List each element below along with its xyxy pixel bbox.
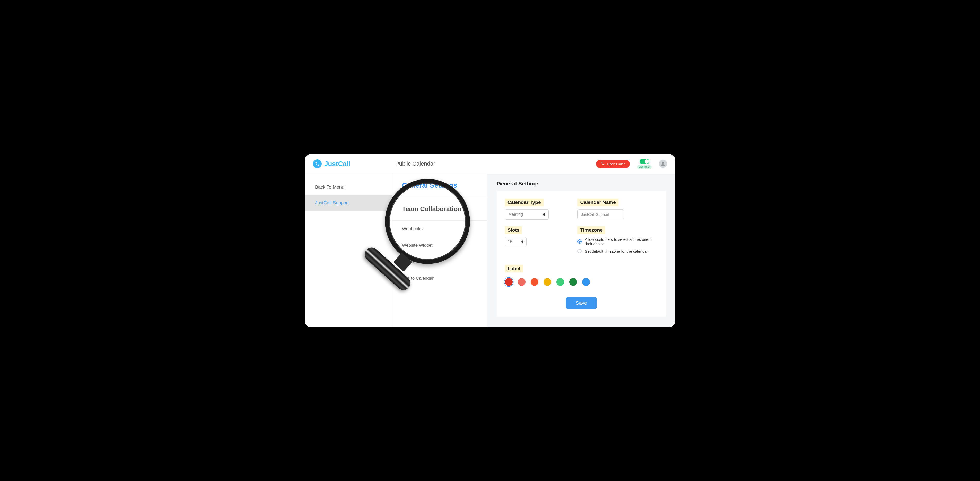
field-calendar-name: Calendar Name xyxy=(578,199,658,220)
color-swatch[interactable] xyxy=(557,278,564,286)
availability-toggle[interactable] xyxy=(640,159,649,164)
save-button[interactable]: Save xyxy=(566,297,597,309)
sort-icon xyxy=(543,213,545,216)
radio-icon xyxy=(578,239,582,244)
label-label: Label xyxy=(505,265,523,272)
nav-webhooks[interactable]: Webhooks xyxy=(392,221,487,237)
sidebar-left: Back To Menu JustCall Support xyxy=(305,174,392,327)
radio-label: Set default timezone for the calendar xyxy=(585,249,648,253)
color-swatches xyxy=(505,278,658,286)
nav-item-label: Team Collaboration xyxy=(402,205,462,212)
slots-value: 15 xyxy=(508,239,512,244)
color-swatch[interactable] xyxy=(505,278,513,286)
nav-general-settings[interactable]: General Settings xyxy=(392,174,487,197)
calendar-type-value: Meeting xyxy=(508,212,523,217)
nav-item-label: Webhooks xyxy=(402,226,423,231)
header: JustCall Public Calendar Open Dialer Ava… xyxy=(305,154,675,174)
body: Back To Menu JustCall Support General Se… xyxy=(305,174,675,327)
phone-bubble-icon xyxy=(313,159,322,168)
color-swatch[interactable] xyxy=(518,278,525,286)
calendar-name-input[interactable] xyxy=(578,209,624,220)
sidebar-item-label: Back To Menu xyxy=(315,185,344,190)
logo[interactable]: JustCall xyxy=(313,159,395,168)
radio-icon xyxy=(578,249,582,253)
field-calendar-type: Calendar Type Meeting xyxy=(505,199,562,220)
nav-add-to-calendar[interactable]: Add to Calendar xyxy=(392,270,487,287)
settings-nav: General Settings Team Collaboration Webh… xyxy=(392,174,487,327)
color-swatch[interactable] xyxy=(544,278,551,286)
slots-stepper[interactable]: 15 xyxy=(505,237,527,247)
nav-item-label: Check for Conflicts xyxy=(402,259,439,264)
save-button-label: Save xyxy=(576,300,587,306)
radio-label: Allow customers to select a timezone of … xyxy=(585,237,658,246)
sidebar-item-label: JustCall Support xyxy=(315,200,349,205)
open-dialer-label: Open Dialer xyxy=(607,162,625,166)
nav-item-label: Add to Calendar xyxy=(402,276,434,281)
nav-item-label: General Settings xyxy=(402,182,457,189)
label-slots: Slots xyxy=(505,226,522,234)
label-calendar-name: Calendar Name xyxy=(578,199,618,206)
timezone-option-default[interactable]: Set default timezone for the calendar xyxy=(578,249,658,253)
user-icon xyxy=(660,161,665,166)
nav-item-label: Website Widget xyxy=(402,243,433,248)
color-swatch[interactable] xyxy=(582,278,590,286)
brand-name: JustCall xyxy=(324,160,350,168)
main-title: General Settings xyxy=(497,180,666,187)
main-content: General Settings Calendar Type Meeting xyxy=(487,174,675,327)
nav-check-for-conflicts[interactable]: Check for Conflicts xyxy=(392,254,487,270)
label-calendar-type: Calendar Type xyxy=(505,199,544,206)
header-right: Open Dialer Available xyxy=(596,159,667,169)
phone-icon xyxy=(601,162,605,166)
availability-status: Available xyxy=(637,159,652,169)
color-swatch[interactable] xyxy=(531,278,538,286)
status-badge: Available xyxy=(637,165,652,169)
page-title: Public Calendar xyxy=(395,161,435,167)
sidebar-item-justcall-support[interactable]: JustCall Support xyxy=(305,195,392,211)
field-timezone: Timezone Allow customers to select a tim… xyxy=(578,226,658,256)
avatar[interactable] xyxy=(659,160,667,168)
nav-team-collaboration[interactable]: Team Collaboration xyxy=(392,197,487,221)
nav-website-widget[interactable]: Website Widget xyxy=(392,237,487,254)
open-dialer-button[interactable]: Open Dialer xyxy=(596,160,630,168)
label-timezone: Timezone xyxy=(578,226,605,234)
settings-panel: Calendar Type Meeting Calendar Name xyxy=(497,191,666,317)
timezone-option-allow-customer[interactable]: Allow customers to select a timezone of … xyxy=(578,237,658,246)
field-label-color: Label xyxy=(505,265,658,286)
calendar-type-select[interactable]: Meeting xyxy=(505,209,549,220)
field-slots: Slots 15 xyxy=(505,226,562,256)
stepper-icon xyxy=(521,240,524,243)
app-window: JustCall Public Calendar Open Dialer Ava… xyxy=(305,154,675,327)
color-swatch[interactable] xyxy=(569,278,577,286)
sidebar-item-back-to-menu[interactable]: Back To Menu xyxy=(305,180,392,195)
